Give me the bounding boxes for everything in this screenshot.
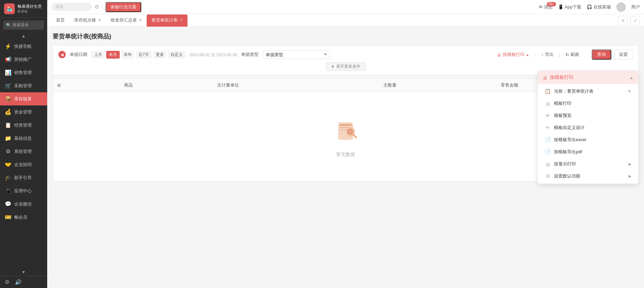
date-btn-custom[interactable]: 自定义 [168, 51, 185, 59]
app-download-btn[interactable]: 📱 App下载 [558, 4, 581, 10]
maximize-btn[interactable]: ⤢ [631, 16, 640, 25]
template-design-item[interactable]: ✏ 模板自定义设计 [538, 122, 638, 134]
topbar-divider: | [102, 4, 103, 9]
current-template-item[interactable]: 📋 当前：要货单统计表 ▼ [538, 85, 638, 97]
divider2: | [559, 52, 560, 57]
print-dropdown-body: 📋 当前：要货单统计表 ▼ 🖨 模板打印 👁 模板预览 ✏ [538, 84, 638, 184]
print-dropdown-header[interactable]: 🖨 按模板打印 ▲ [538, 71, 638, 84]
filter-toolbar: 🖨 按模板打印 ▲ | ↑ 导出 | ↻ 刷新 … 查询 [494, 50, 633, 60]
print-dropdown-panel: 🖨 按模板打印 ▲ 📋 当前：要货单统计表 ▼ � [537, 71, 639, 184]
sidebar-item-marketing[interactable]: 📢 营销推广 [0, 53, 47, 66]
export-btn[interactable]: ↑ 导出 [538, 50, 556, 59]
tab-batch-close[interactable]: ✕ [98, 18, 101, 22]
collapse-toggle-btn[interactable]: ◀ [58, 51, 66, 58]
sidebar-item-finance[interactable]: 💰 资金管理 [0, 105, 47, 119]
logo-icon: 🏪 [4, 3, 15, 14]
template-pdf-item[interactable]: 📄 按模板导出pdf [538, 146, 638, 158]
display-print-left: 🖨 按显示打印 [545, 161, 576, 167]
sidebar-label-operations: 经营管理 [14, 122, 32, 128]
finance-icon: 💰 [5, 109, 11, 115]
online-service-btn[interactable]: 🎧 在线客服 [587, 4, 611, 10]
topbar-search[interactable]: 搜索... [51, 3, 92, 11]
settings-icon[interactable]: ⚙ [5, 279, 9, 285]
order-type-select[interactable]: 单据类型 [263, 51, 330, 59]
expand-conditions-btn[interactable]: ▼ 展开更多条件 [326, 62, 365, 71]
close-window-btn[interactable]: ✕ [618, 16, 628, 25]
date-btn-week[interactable]: 近7天 [136, 51, 152, 59]
tab-home[interactable]: 首页 [51, 14, 69, 27]
export-icon: ↑ [541, 52, 544, 57]
col-settings[interactable]: ⚙ [53, 79, 120, 92]
sidebar-item-purchase[interactable]: 🛒 采购管理 [0, 79, 47, 92]
marketing-icon: 📢 [5, 56, 11, 63]
tab-receivables[interactable]: 收发存汇总表 ✕ [106, 14, 147, 27]
date-label: 单据日期 [70, 52, 87, 58]
date-btn-cur-year[interactable]: 本年 [121, 51, 135, 59]
refresh-btn[interactable]: ↻ 刷新 [563, 50, 582, 59]
template-preview-item[interactable]: 👁 模板预览 [538, 109, 638, 122]
sidebar-item-wechat[interactable]: 💬 企业微信 [0, 197, 47, 211]
svg-rect-4 [340, 129, 346, 130]
page-title: 要货单统计表(按商品) [53, 32, 639, 40]
app-download-label: App下载 [565, 4, 581, 10]
tab-home-label: 首页 [56, 17, 65, 23]
user-avatar[interactable] [616, 2, 626, 12]
tab-order-stat-close[interactable]: ✕ [180, 18, 183, 22]
sidebar-item-operations[interactable]: 📋 经营管理 [0, 119, 47, 132]
trial-btn[interactable]: 体验行业方案 [106, 2, 141, 12]
search-menu-label: 搜索菜单 [12, 22, 29, 28]
print-dropdown-title: 按模板打印 [550, 74, 574, 81]
chevron-up-icon: ▲ [526, 53, 529, 57]
tab-batch[interactable]: 库存批次账 ✕ [69, 14, 106, 27]
date-btn-more[interactable]: 更多 [153, 51, 167, 59]
search-menu[interactable]: 🔍 搜索菜单 [3, 21, 44, 30]
display-print-group[interactable]: 🖨 按显示打印 ▶ [538, 158, 638, 170]
display-print-icon: 🖨 [545, 161, 551, 167]
sidebar-item-sales[interactable]: 📊 销售管理 [0, 66, 47, 79]
sidebar-item-quicknav[interactable]: ⚡ 快捷导航 [0, 40, 47, 53]
sidebar-item-inventory[interactable]: 📦 库存核算 [0, 92, 47, 105]
sidebar-label-guide: 新手引导 [14, 175, 32, 181]
sidebar-item-member[interactable]: 🎫 畅会员 [0, 211, 47, 224]
page-content: 要货单统计表(按商品) ◀ 单据日期 上月 本月 本年 近7天 更多 自定义 2… [47, 27, 644, 288]
volume-icon[interactable]: 🔊 [15, 279, 22, 285]
date-btn-cur-month[interactable]: 本月 [106, 51, 120, 59]
sidebar-item-system[interactable]: ⚙ 系统管理 [0, 145, 47, 158]
sidebar-label-apps: 应用中心 [14, 188, 32, 194]
settings-config-btn[interactable]: 设置 [614, 50, 633, 59]
sidebar-item-guide[interactable]: 🎓 新手引导 [0, 171, 47, 184]
current-template-chevron: ▼ [627, 89, 632, 94]
date-range-container: 2023-06-01 至 2023-06-30 [189, 52, 237, 58]
topbar-gear-icon[interactable]: ⚙ [94, 4, 99, 10]
sidebar-label-purchase: 采购管理 [14, 83, 32, 89]
sidebar-label-inventory: 库存核算 [14, 96, 32, 102]
system-icon: ⚙ [5, 148, 11, 155]
sidebar-item-collab[interactable]: 🤝 企业协同 [0, 158, 47, 171]
scroll-down-btn[interactable]: ▼ [0, 268, 47, 276]
topbar-right: ✉ 消息 99+ 📱 App下载 🎧 在线客服 用户 [539, 2, 640, 12]
print-template-btn[interactable]: 🖨 按模板打印 ▲ [494, 50, 532, 59]
template-pdf-icon: 📄 [545, 149, 551, 155]
sidebar-item-basic[interactable]: 📁 基础信息 [0, 132, 47, 145]
template-pdf-label: 按模板导出pdf [554, 149, 582, 155]
printer-icon: 🖨 [497, 52, 501, 57]
filter-expand-row: ▼ 展开更多条件 [58, 62, 633, 71]
tab-order-stat[interactable]: 要货单统计表 ✕ [147, 14, 187, 27]
apps-icon: 📱 [5, 188, 11, 194]
query-btn[interactable]: 查询 [592, 50, 611, 60]
guide-icon: 🎓 [5, 174, 11, 181]
tabs-bar: 首页 库存批次账 ✕ 收发存汇总表 ✕ 要货单统计表 ✕ ✕ ⤢ [47, 14, 644, 27]
print-template-label: 按模板打印 [503, 52, 525, 58]
message-btn[interactable]: ✉ 消息 99+ [539, 4, 553, 10]
default-fn-group[interactable]: ⚙ 设置默认功能 ▶ [538, 170, 638, 182]
sidebar-item-apps[interactable]: 📱 应用中心 [0, 184, 47, 197]
template-excel-item[interactable]: 📄 按模板导出excel [538, 134, 638, 146]
chevron-up-dropdown-icon: ▲ [629, 75, 634, 80]
template-print-item[interactable]: 🖨 模板打印 [538, 97, 638, 109]
purchase-icon: 🛒 [5, 83, 11, 89]
date-range-text: 2023-06-01 至 2023-06-30 [189, 52, 237, 58]
tab-receivables-close[interactable]: ✕ [139, 18, 142, 22]
date-btn-prev-month[interactable]: 上月 [91, 51, 105, 59]
display-print-label: 按显示打印 [554, 161, 576, 167]
scroll-up-btn[interactable]: ▲ [0, 32, 47, 40]
